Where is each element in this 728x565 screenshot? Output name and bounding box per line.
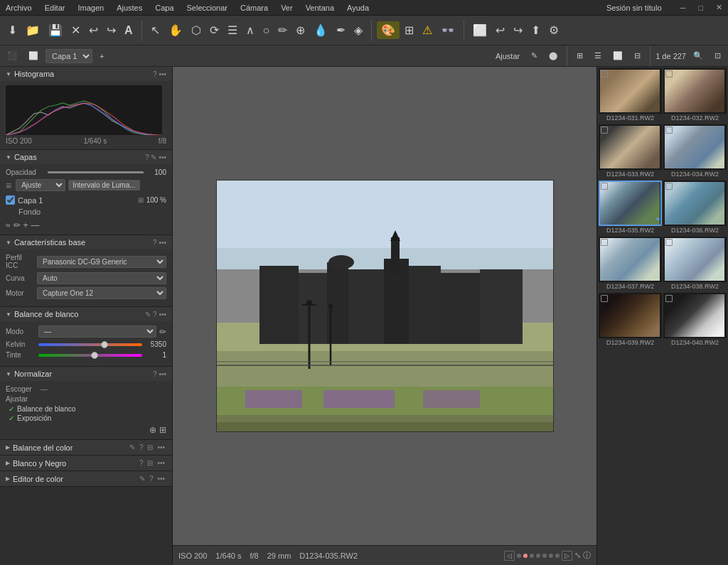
- window-minimize[interactable]: ─: [678, 2, 689, 14]
- stamp-tool[interactable]: ◈: [350, 21, 366, 39]
- list-view-btn[interactable]: ☰: [590, 50, 606, 62]
- kelvin-slider[interactable]: [38, 343, 142, 346]
- hist-redo-btn[interactable]: ↪: [510, 21, 526, 39]
- thumbnail-item-7[interactable]: D1234-037.RW2: [599, 237, 662, 291]
- prev-img-btn[interactable]: ◁: [504, 551, 515, 561]
- thumb-checkbox-8[interactable]: [665, 239, 673, 246]
- perfil-select[interactable]: Panasonic DC-G9 Generic: [37, 256, 166, 268]
- main-image[interactable]: [216, 180, 554, 432]
- save-btn[interactable]: 💾: [45, 21, 66, 39]
- settings-btn[interactable]: ⚙: [545, 21, 562, 39]
- hist-undo-btn[interactable]: ↩: [492, 21, 508, 39]
- capas-more-icon[interactable]: •••: [159, 154, 166, 161]
- norm-more-icon[interactable]: •••: [159, 370, 166, 378]
- editor-color-header[interactable]: ▶ Editor de color ✎ ? •••: [0, 471, 172, 486]
- rotate-tool[interactable]: ⟳: [206, 21, 223, 39]
- blanco-negro-header[interactable]: ▶ Blanco y Negro ? ⊟ •••: [0, 456, 172, 470]
- modo-select[interactable]: —: [38, 325, 156, 338]
- clone-tool[interactable]: ⊕: [292, 21, 309, 39]
- thumb-checkbox-9[interactable]: [601, 295, 608, 302]
- layer-dropdown[interactable]: Capa 1: [46, 49, 92, 63]
- norm-copy-btn[interactable]: ⊕: [149, 425, 156, 435]
- caract-help-icon[interactable]: ?: [153, 239, 157, 247]
- norm-paste-btn[interactable]: ⊞: [159, 425, 166, 435]
- hist-help-icon[interactable]: ?: [153, 70, 157, 78]
- next-img-btn[interactable]: ▷: [562, 551, 572, 561]
- blend-select[interactable]: Ajuste: [16, 179, 65, 191]
- bn-settings-icon[interactable]: ⊟: [146, 458, 154, 468]
- view-mode-1[interactable]: ⬛: [3, 50, 21, 62]
- grid-btn[interactable]: ⊞: [401, 21, 417, 39]
- luma-btn[interactable]: Intervalo de Luma...: [68, 180, 139, 190]
- hand-tool[interactable]: ✋: [165, 21, 186, 39]
- menu-ajustes[interactable]: Ajustes: [114, 2, 145, 14]
- bcolor-more-icon[interactable]: •••: [156, 443, 166, 452]
- menu-camara[interactable]: Cámara: [237, 2, 271, 14]
- thumb-checkbox-4[interactable]: [665, 127, 673, 134]
- warning-btn[interactable]: ⚠: [419, 21, 436, 39]
- redo-btn[interactable]: ↪: [103, 21, 119, 39]
- wb-picker-btn[interactable]: ✏: [159, 327, 166, 337]
- ec-help-icon[interactable]: ?: [148, 474, 155, 483]
- adjust-icon[interactable]: ✎: [527, 50, 542, 62]
- export-btn[interactable]: ⬜: [469, 21, 491, 39]
- thumbnail-item-8[interactable]: D1234-038.RW2: [663, 237, 727, 291]
- balance-color-header[interactable]: ▶ Balance del color ✎ ? ⊟ •••: [0, 440, 172, 455]
- capas-edit-icon[interactable]: ✎: [151, 154, 156, 161]
- hist-more-icon[interactable]: •••: [159, 70, 166, 78]
- capas-curve-btn[interactable]: ≈: [6, 220, 11, 230]
- capas-delete-btn[interactable]: —: [31, 220, 40, 230]
- thumbnail-item-5[interactable]: ●D1234-035.RW2: [599, 181, 662, 235]
- balance-more-icon[interactable]: •••: [159, 311, 166, 318]
- thumb-checkbox-6[interactable]: [665, 183, 673, 190]
- thumb-checkbox-5[interactable]: [601, 183, 608, 190]
- fullscreen-btn[interactable]: ⤡: [574, 551, 581, 560]
- menu-capa[interactable]: Capa: [152, 2, 176, 14]
- menu-ventana[interactable]: Ventana: [303, 2, 337, 14]
- bcolor-edit-icon[interactable]: ✎: [128, 443, 136, 452]
- menu-archivo[interactable]: Archivo: [3, 2, 35, 14]
- caract-more-icon[interactable]: •••: [159, 239, 166, 247]
- crop-tool[interactable]: ⬡: [188, 21, 205, 39]
- motor-select[interactable]: Capture One 12: [37, 287, 166, 299]
- balance-edit-icon[interactable]: ✎: [145, 311, 151, 318]
- histogram-header[interactable]: ▼ Histograma ? •••: [0, 67, 172, 81]
- levels-tool[interactable]: ∧: [242, 21, 258, 39]
- bn-help-icon[interactable]: ?: [138, 458, 145, 468]
- glasses-btn[interactable]: 👓: [437, 21, 459, 39]
- thumbnail-item-6[interactable]: D1234-036.RW2: [663, 181, 727, 235]
- add-layer-btn[interactable]: +: [95, 50, 108, 62]
- menu-seleccionar[interactable]: Seleccionar: [184, 2, 230, 14]
- lut-tool[interactable]: ☰: [224, 21, 241, 39]
- thumb-checkbox-10[interactable]: [665, 295, 673, 302]
- balance-header[interactable]: ▼ Balance de blanco ✎ ? •••: [0, 307, 172, 321]
- norm-help-icon[interactable]: ?: [153, 370, 157, 378]
- ec-more-icon[interactable]: •••: [156, 474, 166, 483]
- capas-help-icon[interactable]: ?: [145, 154, 149, 161]
- thumb-checkbox-7[interactable]: [601, 239, 608, 246]
- layer-1-checkbox[interactable]: [6, 195, 15, 205]
- window-close[interactable]: ✕: [713, 1, 725, 14]
- thumbnail-item-1[interactable]: D1234-031.RW2: [599, 68, 662, 123]
- menu-imagen[interactable]: Imagen: [75, 2, 107, 14]
- caracteristicas-header[interactable]: ▼ Características base ? •••: [0, 235, 172, 249]
- link-icon[interactable]: ⬤: [545, 50, 562, 62]
- share-btn[interactable]: ⬆: [528, 21, 544, 39]
- menu-ver[interactable]: Ver: [278, 2, 296, 14]
- brush-tool[interactable]: ✏: [274, 21, 291, 39]
- tinte-slider[interactable]: [38, 354, 142, 357]
- normalizar-header[interactable]: ▼ Normalizar ? •••: [0, 367, 172, 381]
- thumb-checkbox-3[interactable]: [601, 127, 608, 134]
- circle-tool[interactable]: ○: [259, 22, 274, 39]
- pen-tool[interactable]: ✒: [333, 21, 349, 39]
- bcolor-help-icon[interactable]: ?: [138, 443, 145, 452]
- view-mode-2[interactable]: ⬜: [24, 50, 43, 62]
- window-maximize[interactable]: □: [695, 2, 706, 14]
- text-btn[interactable]: A: [121, 22, 136, 39]
- thumbnail-item-10[interactable]: D1234-040.RW2: [663, 293, 727, 348]
- import-btn[interactable]: ⬇: [4, 21, 21, 39]
- bcolor-settings-icon[interactable]: ⊟: [146, 443, 154, 452]
- thumb-checkbox-1[interactable]: [601, 70, 608, 77]
- menu-ayuda[interactable]: Ayuda: [344, 2, 372, 14]
- curva-select[interactable]: Auto: [37, 272, 166, 284]
